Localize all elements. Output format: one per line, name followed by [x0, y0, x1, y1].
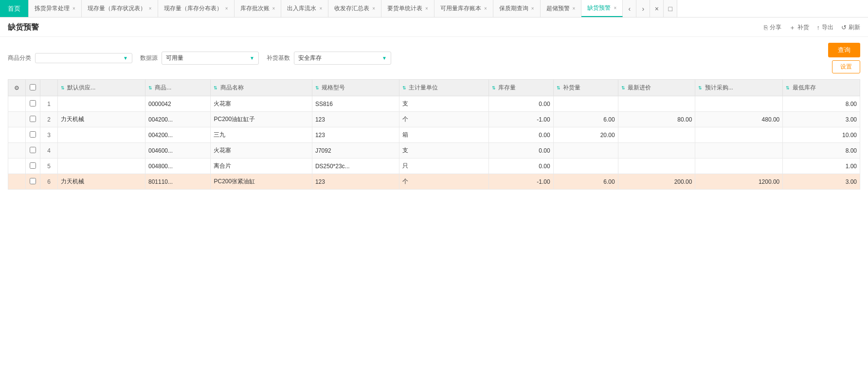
row-min-stock: 8.00: [783, 143, 860, 158]
tab-expiry-query[interactable]: 保质期查询 ×: [493, 0, 541, 17]
row-item-name: 离合片: [211, 158, 312, 174]
row-checkbox[interactable]: [30, 100, 36, 106]
tab-exception-close[interactable]: ×: [72, 6, 75, 11]
replenish-base-select[interactable]: 安全库存 ▼: [294, 52, 391, 65]
row-unit: 支: [399, 96, 488, 112]
table-row: 4 004600... 火花塞 J7092 支 0.00 8.00: [8, 143, 860, 158]
tab-home[interactable]: 首页: [0, 0, 29, 17]
sort-icon-unit: ⇅: [402, 86, 406, 90]
tab-home-label: 首页: [8, 4, 20, 13]
col-min-stock[interactable]: ⇅ 最低库存: [783, 80, 860, 96]
export-action[interactable]: ↑ 导出: [817, 23, 834, 32]
tab-receive-summary-close[interactable]: ×: [372, 6, 375, 11]
search-actions: 查询 设置: [828, 43, 860, 73]
col-settings[interactable]: ⚙: [8, 80, 26, 96]
col-unit[interactable]: ⇅ 主计量单位: [399, 80, 488, 96]
row-checkbox[interactable]: [30, 162, 36, 169]
row-checkbox-cell[interactable]: [26, 158, 40, 174]
settings-button[interactable]: 设置: [832, 60, 860, 73]
select-all-checkbox[interactable]: [30, 84, 36, 90]
row-checkbox[interactable]: [30, 147, 36, 153]
row-unit: 只: [399, 158, 488, 174]
tab-batch-account-close[interactable]: ×: [272, 6, 275, 11]
tab-demand-stats-close[interactable]: ×: [425, 6, 428, 11]
col-latest-price[interactable]: ⇅ 最新进价: [618, 80, 695, 96]
tab-demand-stats[interactable]: 要货单统计表 ×: [381, 0, 434, 17]
tab-shortage-close[interactable]: ×: [614, 5, 616, 11]
replenish-icon: ＋: [789, 23, 796, 32]
sort-icon-stock: ⇅: [492, 86, 496, 90]
category-label: 商品分类: [8, 54, 31, 62]
tab-overstock-close[interactable]: ×: [573, 6, 576, 11]
category-dropdown-icon: ▼: [123, 55, 128, 61]
col-spec[interactable]: ⇅ 规格型号: [312, 80, 399, 96]
replenish-base-dropdown-icon: ▼: [382, 55, 387, 61]
row-unit: 个: [399, 112, 488, 127]
row-spec: SS816: [312, 96, 399, 112]
row-number: 2: [40, 112, 58, 127]
refresh-action[interactable]: ↺ 刷新: [841, 23, 860, 32]
tab-receive-summary-label: 收发存汇总表: [334, 4, 369, 13]
row-checkbox[interactable]: [30, 131, 36, 138]
row-item-name: PC200油缸缸子: [211, 112, 312, 127]
export-label: 导出: [822, 23, 833, 32]
row-checkbox-cell[interactable]: [26, 143, 40, 158]
tab-available-ledger-close[interactable]: ×: [484, 6, 487, 11]
row-number: 3: [40, 127, 58, 143]
row-supplier: [58, 143, 145, 158]
tab-scroll-left[interactable]: ‹: [623, 0, 636, 17]
tab-receive-summary[interactable]: 收发存汇总表 ×: [328, 0, 381, 17]
tab-available-ledger[interactable]: 可用量库存账本 ×: [434, 0, 493, 17]
tab-inventory-dist[interactable]: 现存量（库存分布表） ×: [158, 0, 235, 17]
row-min-stock: 8.00: [783, 96, 860, 112]
row-est-purchase: 480.00: [695, 112, 783, 127]
tab-inout-flow[interactable]: 出入库流水 ×: [281, 0, 328, 17]
tab-scroll-right[interactable]: ›: [636, 0, 650, 17]
tab-inventory-status[interactable]: 现存量（库存状况表） ×: [82, 0, 158, 17]
tab-overstock[interactable]: 超储预警 ×: [541, 0, 582, 17]
tab-expiry-query-close[interactable]: ×: [531, 6, 534, 11]
row-item-name: 火花塞: [211, 143, 312, 158]
datasource-select[interactable]: 可用量 ▼: [162, 52, 259, 65]
tab-batch-account-label: 库存批次账: [240, 4, 270, 13]
row-checkbox[interactable]: [30, 178, 36, 184]
col-checkbox-header[interactable]: [26, 80, 40, 96]
row-checkbox-cell[interactable]: [26, 112, 40, 127]
tab-overstock-label: 超储预警: [546, 4, 570, 13]
col-est-purchase[interactable]: ⇅ 预计采购...: [695, 80, 783, 96]
row-latest-price: [618, 127, 695, 143]
row-checkbox[interactable]: [30, 116, 36, 122]
share-action[interactable]: ⎘ 分享: [764, 23, 781, 32]
datasource-dropdown-icon: ▼: [250, 55, 254, 61]
tab-inventory-status-close[interactable]: ×: [149, 6, 152, 11]
tab-shortage[interactable]: 缺货预警 ×: [581, 0, 623, 17]
col-item-code[interactable]: ⇅ 商品...: [145, 80, 211, 96]
row-checkbox-cell[interactable]: [26, 96, 40, 112]
tab-inout-flow-close[interactable]: ×: [319, 6, 322, 11]
replenish-action[interactable]: ＋ 补货: [789, 23, 809, 32]
row-supplier: [58, 96, 145, 112]
row-stock-qty: -1.00: [488, 112, 553, 127]
col-default-supplier[interactable]: ⇅ 默认供应...: [58, 80, 145, 96]
tab-exception[interactable]: 拣货异常处理 ×: [29, 0, 82, 17]
row-checkbox-cell[interactable]: [26, 127, 40, 143]
col-stock-qty[interactable]: ⇅ 库存量: [488, 80, 553, 96]
row-replenish-qty: 20.00: [553, 127, 618, 143]
row-checkbox-cell[interactable]: [26, 174, 40, 190]
row-item-name: PC200张紧油缸: [211, 174, 312, 190]
tab-inventory-dist-close[interactable]: ×: [225, 6, 228, 11]
datasource-label: 数据源: [140, 54, 158, 62]
row-spec: 123: [312, 127, 399, 143]
query-button[interactable]: 查询: [828, 43, 860, 57]
category-select[interactable]: ▼: [35, 53, 132, 63]
tab-batch-account[interactable]: 库存批次账 ×: [235, 0, 282, 17]
row-spec: 123: [312, 174, 399, 190]
col-replenish-qty[interactable]: ⇅ 补货量: [553, 80, 618, 96]
col-item-name[interactable]: ⇅ 商品名称: [211, 80, 312, 96]
table-row: 6 力天机械 801110... PC200张紧油缸 123 个 -1.00 6…: [8, 174, 860, 190]
window-close[interactable]: ×: [650, 0, 664, 17]
row-supplier: [58, 127, 145, 143]
category-field: 商品分类 ▼: [8, 53, 132, 63]
window-maximize[interactable]: □: [664, 0, 677, 17]
replenish-base-select-value: 安全库存: [298, 54, 322, 62]
